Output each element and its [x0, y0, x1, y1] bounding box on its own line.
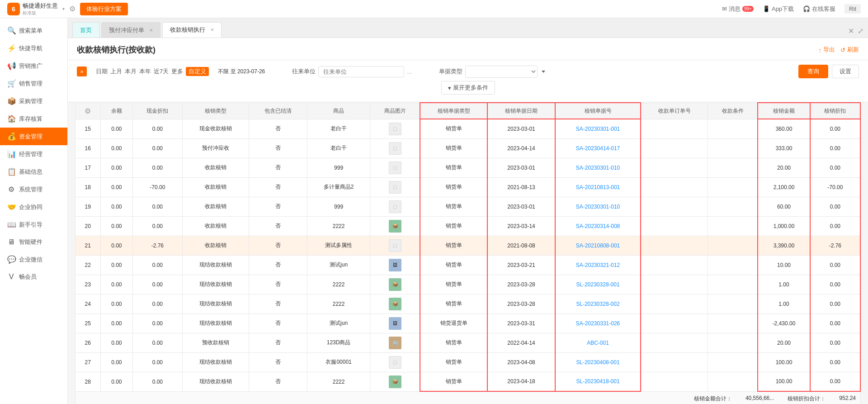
cell-cash-discount: 0.00 — [133, 275, 183, 294]
cell-bill-date: 2022-04-14 — [487, 333, 555, 352]
tab-writeoff[interactable]: 收款核销执行 × — [162, 22, 222, 38]
cell-goods: 衣服00001 — [307, 352, 370, 372]
cell-bill-type: 销货单 — [420, 352, 487, 372]
cell-amount: 1.00 — [758, 294, 810, 314]
sidebar-item-search[interactable]: 🔍 搜索菜单 — [0, 22, 67, 39]
date-this-month[interactable]: 本月 — [125, 67, 137, 76]
sidebar-item-sales[interactable]: 🛒 销售管理 — [0, 75, 67, 92]
sidebar-item-hardware[interactable]: 🖥 智能硬件 — [0, 233, 67, 251]
online-service-btn[interactable]: 🎧 在线客服 — [803, 5, 835, 13]
filter-collapse-btn[interactable]: » — [77, 67, 87, 76]
query-btn[interactable]: 查询 — [798, 65, 828, 78]
tab-prepay[interactable]: 预付冲应付单 × — [101, 22, 160, 38]
user-area[interactable]: Rit — [844, 4, 861, 14]
cell-bill-no[interactable]: SA-20230301-010 — [555, 158, 641, 177]
cell-discount: 0.00 — [810, 294, 860, 314]
bill-no-link[interactable]: SA-20230301-010 — [576, 165, 620, 171]
cell-bill-no[interactable]: SL-20230418-001 — [555, 372, 641, 391]
sidebar-item-marketing[interactable]: 📢 营销推广 — [0, 57, 67, 75]
cell-bill-no[interactable]: SA-20230414-017 — [555, 138, 641, 158]
bill-no-link[interactable]: ABC-001 — [587, 340, 609, 346]
col-settings-icon[interactable]: ⚙ — [85, 107, 91, 115]
sidebar-label-hardware: 智能硬件 — [19, 238, 42, 246]
logo-dropdown-arrow[interactable]: ▾ — [62, 6, 65, 11]
sidebar-item-shortcut[interactable]: ⚡ 快捷导航 — [0, 39, 67, 57]
date-7days[interactable]: 近7天 — [154, 67, 169, 76]
gear-icon[interactable]: ⚙ — [69, 5, 75, 13]
cell-amount: 20.00 — [758, 158, 810, 177]
expand-tab-btn[interactable]: ⤢ — [858, 27, 863, 35]
cell-bill-no[interactable]: SL-20230328-001 — [555, 275, 641, 294]
cell-balance: 0.00 — [100, 177, 132, 197]
cell-receipt-cond — [708, 177, 758, 197]
bill-no-link[interactable]: SA-20230321-012 — [576, 262, 620, 268]
bill-no-link[interactable]: SL-20230328-002 — [576, 301, 619, 307]
cell-writeoff-type: 收款核销 — [182, 158, 249, 177]
top-bar-right: ✉ 消息 99+ 📱 App下载 🎧 在线客服 Rit — [722, 4, 861, 14]
sidebar-item-wechat[interactable]: 💬 企业微信 — [0, 251, 67, 268]
date-this-year[interactable]: 本年 — [139, 67, 151, 76]
cell-bill-no[interactable]: SA-20210808-001 — [555, 236, 641, 255]
col-header-balance: 余额 — [100, 103, 132, 119]
bill-no-link[interactable]: SA-20210813-001 — [576, 184, 620, 190]
bill-no-link[interactable]: SA-20230301-010 — [576, 204, 620, 210]
export-btn[interactable]: ↑ 导出 — [819, 46, 835, 54]
cell-bill-no[interactable]: SA-20230301-001 — [555, 119, 641, 138]
bill-no-link[interactable]: SA-20230314-008 — [576, 223, 620, 229]
date-last-month[interactable]: 上月 — [110, 67, 122, 76]
date-custom[interactable]: 自定义 — [186, 67, 209, 76]
cell-bill-no[interactable]: SA-20210813-001 — [555, 177, 641, 197]
cell-goods-img: ▢ — [370, 158, 420, 177]
operations-icon: 📊 — [7, 150, 15, 158]
main-layout: 🔍 搜索菜单 ⚡ 快捷导航 📢 营销推广 🛒 销售管理 📦 采购管理 🏠 库存核… — [0, 18, 868, 404]
trial-btn[interactable]: 体验行业方案 — [80, 3, 128, 15]
bill-no-link[interactable]: SA-20230414-017 — [576, 145, 620, 152]
close-tab-btn[interactable]: ✕ — [848, 27, 854, 35]
tab-home[interactable]: 首页 — [72, 22, 99, 38]
sidebar-item-purchase[interactable]: 📦 采购管理 — [0, 92, 67, 110]
cell-amount: 20.00 — [758, 333, 810, 352]
cell-goods: 999 — [307, 197, 370, 216]
col-header-settings[interactable]: ⚙ — [75, 103, 101, 119]
bill-no-link[interactable]: SL-20230418-001 — [576, 378, 619, 385]
tab-prepay-close[interactable]: × — [150, 27, 153, 33]
expand-conditions-btn[interactable]: ▾ 展开更多条件 — [441, 81, 495, 95]
bill-no-link[interactable]: SL-20230328-001 — [576, 281, 619, 288]
sidebar-item-system[interactable]: ⚙ 系统管理 — [0, 181, 67, 198]
table-row: 16 0.00 0.00 预付冲应收 否 老白干 ▢ 销货单 2023-04-1… — [75, 138, 861, 158]
bill-no-link[interactable]: SL-20230408-001 — [576, 359, 619, 366]
cell-bill-no[interactable]: SL-20230328-002 — [555, 294, 641, 314]
sidebar-item-operations[interactable]: 📊 经营管理 — [0, 145, 67, 163]
cell-bill-no[interactable]: SA-20230314-008 — [555, 216, 641, 236]
sidebar-item-collab[interactable]: 🤝 企业协同 — [0, 198, 67, 216]
bill-no-link[interactable]: SA-20210808-001 — [576, 242, 620, 249]
app-download-btn[interactable]: 📱 App下载 — [763, 5, 794, 13]
bill-no-link[interactable]: SA-20230301-001 — [576, 126, 620, 132]
cell-discount: 0.00 — [810, 158, 860, 177]
cell-bill-no[interactable]: SL-20230408-001 — [555, 352, 641, 372]
from-unit-input[interactable] — [318, 66, 404, 77]
notification-btn[interactable]: ✉ 消息 99+ — [722, 5, 754, 13]
cell-bill-no[interactable]: ABC-001 — [555, 333, 641, 352]
sidebar-item-inventory[interactable]: 🏠 库存核算 — [0, 110, 67, 128]
refresh-btn[interactable]: ↺ 刷新 — [840, 46, 859, 54]
sidebar-item-vip[interactable]: V 畅会员 — [0, 268, 67, 285]
cell-receipt-cond — [708, 333, 758, 352]
cell-bill-no[interactable]: SA-20230321-012 — [555, 255, 641, 275]
sidebar-item-basic-info[interactable]: 📋 基础信息 — [0, 163, 67, 181]
sidebar-item-finance[interactable]: 💰 资金管理 — [0, 128, 67, 145]
sidebar-item-guide[interactable]: 📖 新手引导 — [0, 216, 67, 233]
date-more[interactable]: 更多 — [171, 67, 183, 76]
cell-no: 15 — [75, 119, 101, 138]
cell-cash-discount: 0.00 — [133, 119, 183, 138]
tab-writeoff-close[interactable]: × — [211, 27, 214, 33]
cell-receipt-cond — [708, 216, 758, 236]
cell-bill-no[interactable]: SA-20230301-010 — [555, 197, 641, 216]
cell-receipt-no — [641, 236, 708, 255]
cell-amount: 2,100.00 — [758, 177, 810, 197]
cell-bill-no[interactable]: SA-20230331-026 — [555, 314, 641, 333]
settings-btn[interactable]: 设置 — [832, 65, 859, 78]
bill-type-select[interactable] — [465, 66, 538, 78]
cell-receipt-cond — [708, 294, 758, 314]
bill-no-link[interactable]: SA-20230331-026 — [576, 320, 620, 327]
